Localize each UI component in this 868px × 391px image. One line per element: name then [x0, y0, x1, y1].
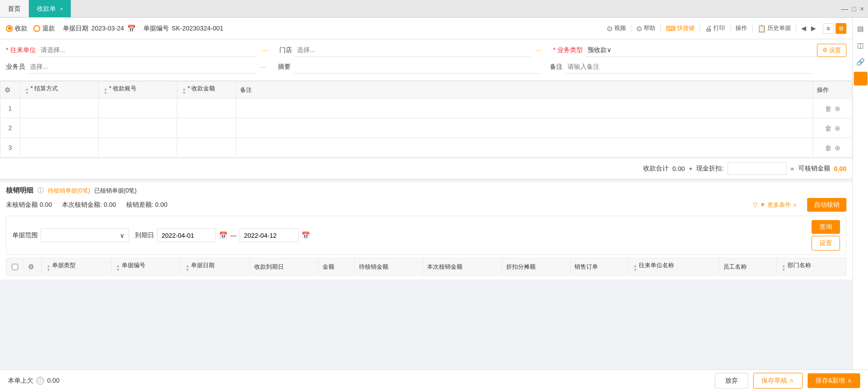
store-input[interactable] — [295, 43, 531, 57]
row1-amount[interactable] — [177, 99, 236, 118]
counterpart-more-icon[interactable]: ··· — [260, 46, 270, 54]
row1-action: 🗑 ⊕ — [813, 99, 852, 118]
col-settlement: ▲▼ * 结算方式 — [20, 82, 99, 99]
nav-next-icon[interactable]: ▶ — [811, 25, 816, 32]
print-action[interactable]: 🖨 打印 — [705, 24, 725, 32]
divider3 — [700, 25, 700, 32]
pending-link[interactable]: 待核销单据(0笔) — [48, 187, 90, 195]
window-minimize[interactable]: — — [841, 5, 848, 13]
col-employee: 员工名称 — [719, 258, 777, 276]
range-select[interactable]: ∨ — [41, 228, 129, 242]
filter-settings-button[interactable]: 设置 — [812, 236, 840, 251]
window-close[interactable]: × — [860, 5, 864, 13]
bottom-info-icon[interactable]: ⓘ — [36, 377, 44, 385]
row1-remark[interactable] — [236, 99, 813, 118]
col-operation: 操作 — [813, 82, 852, 99]
row2-remark[interactable] — [236, 118, 813, 138]
select-all-checkbox[interactable] — [12, 264, 18, 270]
summary-input[interactable] — [294, 60, 540, 74]
row2-copy-icon[interactable]: ⊕ — [835, 124, 841, 132]
table-row: 3 🗑 ⊕ — [0, 138, 852, 158]
col-due-date-label: 收款到期日 — [254, 263, 284, 270]
salesperson-input[interactable] — [28, 60, 255, 74]
date-from-icon[interactable]: 📅 — [219, 231, 227, 239]
date-to-input[interactable] — [240, 228, 298, 242]
row3-remark[interactable] — [236, 138, 813, 158]
col-dept-label: 部门名称 — [787, 262, 811, 269]
panel-list-icon[interactable]: ≡ — [823, 23, 834, 34]
calendar-icon[interactable]: 📅 — [127, 25, 136, 32]
history-action[interactable]: 📋 历史单据 — [758, 24, 791, 32]
bottom-gear-icon[interactable]: ⚙ — [28, 263, 34, 271]
video-action[interactable]: ⊙ 视频 — [607, 24, 626, 32]
query-button[interactable]: 查询 — [812, 220, 840, 234]
row2-amount[interactable] — [177, 118, 236, 138]
table-gear-icon[interactable]: ⚙ — [4, 86, 11, 94]
panel-grid-icon[interactable]: ⊞ — [836, 23, 846, 34]
radio-refund-label: 退款 — [42, 24, 55, 33]
tab-receipt-label: 收款单 — [37, 4, 56, 13]
row3-delete-icon[interactable]: 🗑 — [825, 144, 832, 152]
shortcut-label: 快捷键 — [677, 24, 695, 32]
date-to-icon[interactable]: 📅 — [301, 231, 310, 239]
radio-refund[interactable]: 退款 — [33, 24, 55, 33]
right-panel-link-icon[interactable]: 🔗 — [854, 55, 868, 69]
col-operation-label: 操作 — [817, 86, 829, 93]
help-action[interactable]: ⊙ 帮助 — [636, 24, 655, 32]
row2-account[interactable] — [99, 118, 177, 138]
radio-receipt[interactable]: 收款 — [6, 24, 27, 33]
row1-settlement[interactable] — [20, 99, 99, 118]
discount-input[interactable] — [728, 162, 787, 175]
save-draft-label: 保存草稿 ∧ — [761, 376, 794, 385]
save-draft-button[interactable]: 保存草稿 ∧ — [753, 373, 803, 389]
number-label: 单据编号 — [143, 24, 169, 33]
row3-amount[interactable] — [177, 138, 236, 158]
row1-delete-icon[interactable]: 🗑 — [825, 105, 832, 112]
window-maximize[interactable]: □ — [852, 5, 856, 13]
save-new-button[interactable]: 保存&新增 ∧ — [808, 373, 860, 388]
abandon-button[interactable]: 放弃 — [715, 373, 748, 389]
right-panel-doc-icon[interactable]: ◫ — [854, 38, 868, 52]
col-amount-label: 金额 — [323, 263, 334, 270]
right-panel-table-icon[interactable]: ▤ — [854, 22, 868, 35]
tab-close-icon[interactable]: × — [60, 6, 63, 12]
date-from-input[interactable] — [157, 228, 216, 242]
shortcut-action[interactable]: ⌨ 快捷键 — [666, 24, 695, 32]
col-doc-type: ▲▼ 单据类型 — [42, 258, 111, 276]
right-panel-expand-icon[interactable]: ◱ — [854, 72, 868, 85]
settings-button[interactable]: ⚙ 设置 — [817, 44, 846, 57]
radio-receipt-label: 收款 — [15, 24, 27, 33]
auto-writeoff-button[interactable]: 自动核销 — [807, 198, 846, 212]
row3-copy-icon[interactable]: ⊕ — [835, 144, 841, 152]
writeoff-info-icon[interactable]: ⓘ — [37, 186, 44, 195]
tab-home[interactable]: 首页 — [0, 0, 29, 17]
operation-action[interactable]: 操作 — [735, 24, 747, 32]
tab-home-label: 首页 — [8, 4, 21, 13]
total-label: 收款合计 — [643, 164, 669, 173]
business-type-label: * 业务类型 — [553, 46, 583, 55]
col-counterpart: ▲▼ 往来单位名称 — [628, 258, 719, 276]
row3-account[interactable] — [99, 138, 177, 158]
table-row: 1 🗑 ⊕ — [0, 99, 852, 118]
tab-receipt[interactable]: 收款单 × — [29, 0, 71, 17]
row2-delete-icon[interactable]: 🗑 — [825, 124, 832, 132]
current-value: 0.00 — [104, 201, 116, 208]
done-link[interactable]: 已核销单据(0笔) — [94, 187, 137, 195]
note-input[interactable] — [566, 60, 812, 74]
row1-copy-icon[interactable]: ⊕ — [835, 105, 841, 112]
row-num-3: 3 — [0, 138, 20, 158]
salesperson-more-icon[interactable]: ··· — [258, 63, 268, 71]
row3-settlement[interactable] — [20, 138, 99, 158]
business-type-arrow: ∨ — [607, 46, 612, 54]
counterpart-input[interactable] — [39, 43, 257, 57]
nav-prev-icon[interactable]: ◀ — [801, 25, 806, 32]
store-more-icon[interactable]: ··· — [534, 46, 543, 54]
business-type-select[interactable]: 预收款 ∨ — [586, 43, 817, 57]
row1-account[interactable] — [99, 99, 177, 118]
bottom-bar: 本单上欠 ⓘ 0.00 放弃 保存草稿 ∧ 保存&新增 ∧ — [0, 369, 868, 391]
row2-settlement[interactable] — [20, 118, 99, 138]
right-panel: ▤ ◫ 🔗 ◱ — [852, 18, 868, 391]
col-account-label: * 收款账号 — [109, 85, 136, 92]
bottom-info-value: 0.00 — [47, 377, 59, 384]
more-conditions-btn[interactable]: ▽ ▼ 更多条件 ∧ — [753, 201, 797, 209]
